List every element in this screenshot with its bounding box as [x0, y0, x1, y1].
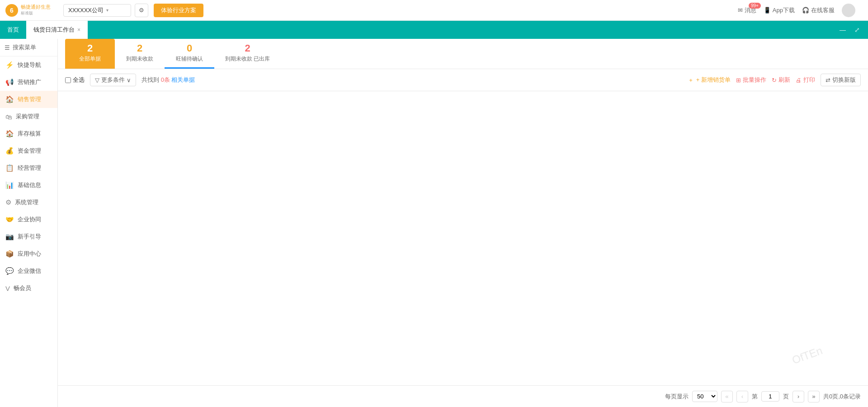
sidebar-item-guide[interactable]: 📷新手引导 [0, 228, 57, 245]
tab-maximize-button[interactable]: ⤢ [852, 24, 863, 35]
wechat-label: 企业微信 [18, 267, 41, 275]
print-button[interactable]: 🖨 打印 [796, 76, 815, 84]
marketing-icon: 📢 [5, 78, 14, 86]
select-all-label: 全选 [73, 76, 85, 84]
stats-tabs: 2 全部单据 2 到期未收款 0 旺辅待确认 2 到期未收款 已出库 [58, 39, 868, 69]
add-text: + 新增销货单 [696, 76, 731, 84]
per-page-select[interactable]: 50 10 20 100 [692, 391, 717, 402]
print-label: 打印 [803, 76, 815, 84]
experience-button[interactable]: 体验行业方案 [154, 4, 203, 17]
batch-operation-button[interactable]: ⊞ 批量操作 [736, 76, 766, 84]
add-sales-order-button[interactable]: + + 新增销货单 [689, 76, 731, 84]
settings-button[interactable]: ⚙ [135, 4, 148, 17]
toolbar-right: + + 新增销货单 ⊞ 批量操作 ↻ 刷新 🖨 打印 ⇄ [689, 74, 861, 86]
tab-cashflow[interactable]: 钱货日清工作台 × [26, 21, 88, 39]
stat-tab-overdue[interactable]: 2 到期未收款 [115, 39, 165, 69]
batch-icon: ⊞ [736, 77, 741, 84]
sidebar-item-wechat[interactable]: 💬企业微信 [0, 262, 57, 280]
tab-minimize-button[interactable]: — [837, 24, 848, 35]
per-page-label: 每页显示 [665, 393, 689, 401]
table-area [58, 91, 868, 385]
refresh-button[interactable]: ↻ 刷新 [772, 76, 790, 84]
sidebar-search[interactable]: ☰ 搜索菜单 [0, 39, 57, 56]
company-name: XXXXXX公司 [68, 6, 104, 14]
filter-button[interactable]: ▽ 更多条件 ∨ [90, 74, 136, 86]
last-page-button[interactable]: » [808, 391, 820, 402]
stat-number-all: 2 [87, 43, 93, 53]
select-all-checkbox[interactable]: 全选 [65, 76, 85, 84]
member-label: 畅会员 [14, 284, 31, 292]
header-right: ✉ 消息 99+ 📱 App下载 🎧 在线客服 [738, 4, 863, 17]
online-service-button[interactable]: 🎧 在线客服 [802, 6, 835, 14]
sidebar-item-finance[interactable]: 💰资金管理 [0, 142, 57, 159]
company-selector[interactable]: XXXXXX公司 ▾ [63, 4, 131, 17]
gear-icon: ⚙ [139, 7, 144, 14]
filter-label: 更多条件 [101, 76, 125, 84]
stat-label-overdue_stock: 到期未收款 已出库 [225, 55, 270, 63]
basic-label: 基础信息 [18, 181, 41, 189]
stat-number-wangwang: 0 [187, 43, 192, 53]
inventory-icon: 🏠 [5, 130, 14, 138]
sidebar-item-sales[interactable]: 🏠销售管理 [0, 91, 57, 108]
next-page-button[interactable]: › [793, 391, 804, 402]
select-all-input[interactable] [65, 77, 71, 83]
service-label: 在线客服 [811, 6, 835, 14]
page-label: 第 [752, 393, 758, 401]
sidebar-item-marketing[interactable]: 📢营销推广 [0, 74, 57, 91]
add-icon: + [689, 77, 693, 84]
sidebar-item-appstore[interactable]: 📦应用中心 [0, 245, 57, 262]
headset-icon: 🎧 [802, 7, 809, 14]
sidebar-item-basic[interactable]: 📊基础信息 [0, 177, 57, 194]
sidebar-item-system[interactable]: ⚙系统管理 [0, 194, 57, 211]
appstore-label: 应用中心 [18, 250, 41, 258]
tab-close-icon[interactable]: × [77, 27, 80, 33]
page-number-input[interactable] [761, 391, 779, 402]
toolbar: 全选 ▽ 更多条件 ∨ 共找到 0条 相关单据 + + 新增销货单 ⊞ [58, 69, 868, 91]
sidebar-item-purchase[interactable]: 🛍采购管理 [0, 108, 57, 125]
avatar[interactable] [842, 4, 855, 17]
stat-tab-overdue_stock[interactable]: 2 到期未收款 已出库 [214, 39, 281, 69]
total-info: 共0页,0条记录 [823, 393, 861, 401]
sales-label: 销售管理 [18, 95, 41, 103]
sidebar-item-inventory[interactable]: 🏠库存核算 [0, 125, 57, 142]
guide-label: 新手引导 [18, 233, 41, 241]
page-suffix: 页 [783, 393, 789, 401]
system-label: 系统管理 [15, 198, 38, 206]
filter-chevron-icon: ∨ [127, 77, 131, 84]
refresh-label: 刷新 [778, 76, 790, 84]
switch-version-button[interactable]: ⇄ 切换新版 [821, 74, 861, 86]
main-layout: ☰ 搜索菜单 ⚡快捷导航📢营销推广🏠销售管理🛍采购管理🏠库存核算💰资金管理📋经营… [0, 39, 868, 407]
sidebar-search-label: 搜索菜单 [13, 43, 36, 51]
sales-icon: 🏠 [5, 95, 14, 103]
cooperation-label: 企业协同 [18, 215, 41, 224]
sidebar-item-cooperation[interactable]: 🤝企业协同 [0, 211, 57, 228]
search-icon: ☰ [5, 44, 10, 51]
marketing-label: 营销推广 [18, 78, 41, 86]
stat-tab-wangwang[interactable]: 0 旺辅待确认 [165, 39, 214, 69]
tab-home[interactable]: 首页 [0, 21, 26, 39]
switch-label: 切换新版 [832, 76, 856, 84]
cooperation-icon: 🤝 [5, 215, 14, 224]
prev-page-button[interactable]: ‹ [736, 391, 748, 402]
first-page-button[interactable]: « [721, 391, 733, 402]
stat-number-overdue: 2 [137, 43, 142, 53]
stat-tab-all[interactable]: 2 全部单据 [65, 39, 115, 69]
stat-label-overdue: 到期未收款 [126, 55, 153, 63]
app-label: App下载 [773, 6, 795, 14]
app-download-button[interactable]: 📱 App下载 [764, 6, 795, 14]
sidebar-item-operations[interactable]: 📋经营管理 [0, 159, 57, 177]
logo-area: 6 畅捷通好生意 标准版 [5, 4, 63, 17]
logo-text: 畅捷通好生意 [21, 4, 51, 10]
logo-sub: 标准版 [21, 10, 51, 16]
message-badge: 99+ [749, 3, 761, 9]
sidebar-item-member[interactable]: V畅会员 [0, 280, 57, 297]
related-link[interactable]: 相关单据 [171, 76, 195, 83]
message-button[interactable]: ✉ 消息 99+ [738, 6, 756, 14]
home-tab-label: 首页 [7, 26, 19, 34]
main-content: 2 全部单据 2 到期未收款 0 旺辅待确认 2 到期未收款 已出库 全选 ▽ … [58, 39, 868, 407]
purchase-icon: 🛍 [5, 113, 12, 121]
sidebar-item-quick-nav[interactable]: ⚡快捷导航 [0, 56, 57, 74]
cashflow-tab-label: 钱货日清工作台 [33, 26, 75, 34]
switch-icon: ⇄ [826, 77, 830, 84]
operations-label: 经营管理 [18, 164, 41, 172]
